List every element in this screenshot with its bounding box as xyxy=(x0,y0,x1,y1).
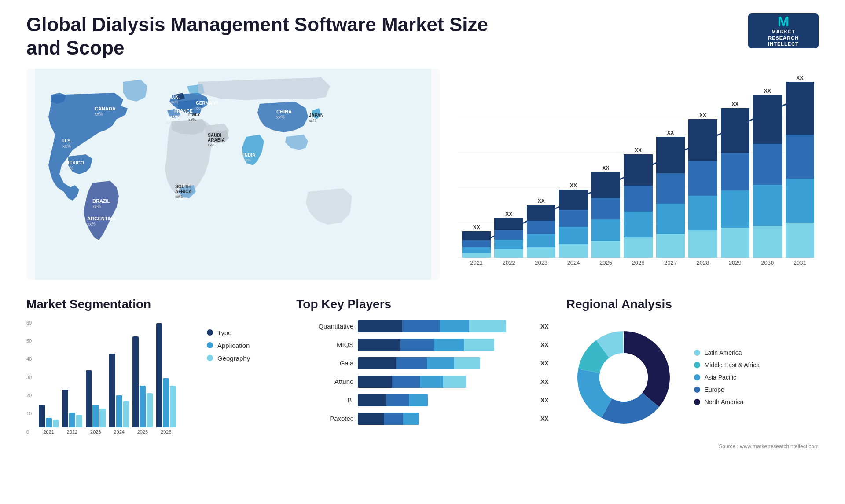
svg-text:xx%: xx% xyxy=(175,194,183,199)
seg-y-axis: 0 10 20 30 40 50 60 xyxy=(26,320,32,435)
seg-label-2021: 2021 xyxy=(43,429,54,435)
reg-legend-mea: Middle East & Africa xyxy=(694,362,760,369)
seg-stack-2022 xyxy=(62,390,82,427)
seg-bar-app-2021 xyxy=(46,418,52,427)
seg-bar-app-2024 xyxy=(116,395,122,427)
reg-legend-europe: Europe xyxy=(694,386,760,393)
player-bar-gaia xyxy=(358,357,533,369)
player-row-miqs: MIQS XX xyxy=(296,339,548,351)
bar-2021: XX xyxy=(462,224,491,258)
seg-group-2026: 2026 xyxy=(156,323,176,435)
seg-legend: Type Application Geography xyxy=(207,329,250,435)
bar-val-2024: XX xyxy=(570,183,577,189)
bar-val-2025: XX xyxy=(603,165,610,171)
seg-stack-2025 xyxy=(132,336,152,427)
legend-application: Application xyxy=(207,342,250,349)
reg-legend-north-america: North America xyxy=(694,398,760,405)
top-row: CANADA xx% U.S. xx% MEXICO xx% BRAZIL xx… xyxy=(26,69,819,280)
svg-text:xx%: xx% xyxy=(95,112,103,117)
player-name-b: B. xyxy=(296,396,353,404)
bar-val-2021: XX xyxy=(473,224,480,230)
bar-2030: XX xyxy=(753,88,782,258)
x-label-2027: 2027 xyxy=(656,259,685,266)
legend-label-type: Type xyxy=(217,329,232,336)
player-bar-paxotec xyxy=(358,413,533,425)
bar-stack-2025 xyxy=(592,172,620,258)
seg-group-2024: 2024 xyxy=(109,354,129,435)
svg-text:CHINA: CHINA xyxy=(276,109,292,114)
svg-text:ITALY: ITALY xyxy=(188,112,201,117)
seg-bar-type-2023 xyxy=(86,370,92,427)
player-row-paxotec: Paxotec XX xyxy=(296,413,548,425)
svg-text:SOUTH: SOUTH xyxy=(175,184,191,189)
legend-dot-application xyxy=(207,342,213,348)
player-value-gaia: XX xyxy=(540,357,549,369)
bar-2023: XX xyxy=(527,198,555,258)
x-label-2029: 2029 xyxy=(721,259,749,266)
seg-label-2022: 2022 xyxy=(67,429,77,435)
seg-label-2025: 2025 xyxy=(137,429,148,435)
player-value-paxotec: XX xyxy=(540,413,549,425)
player-bar-quantitative xyxy=(358,320,533,332)
seg-label-2026: 2026 xyxy=(161,429,171,435)
seg-bar-type-2025 xyxy=(132,336,139,427)
page-title: Global Dialysis Management Software Mark… xyxy=(26,13,511,60)
x-label-2025: 2025 xyxy=(592,259,620,266)
bar-2027: XX xyxy=(656,130,685,258)
x-label-2022: 2022 xyxy=(494,259,523,266)
seg-bar-type-2026 xyxy=(156,323,162,427)
seg-bar-app-2026 xyxy=(163,378,169,427)
svg-text:xx%: xx% xyxy=(243,158,251,162)
bar-val-2028: XX xyxy=(699,112,706,118)
seg-group-2021: 2021 xyxy=(39,405,59,435)
bar-2031: XX xyxy=(786,75,814,258)
logo-m-icon: M xyxy=(778,15,790,29)
bottom-row: Market Segmentation 0 10 20 30 40 50 60 xyxy=(26,297,819,449)
bar-2022: XX xyxy=(494,211,523,258)
player-row-gaia: Gaia XX xyxy=(296,357,548,369)
player-row-quantitative: Quantitative XX xyxy=(296,320,548,332)
svg-text:MEXICO: MEXICO xyxy=(65,160,84,165)
bar-2024: XX xyxy=(559,183,588,258)
reg-dot-north-america xyxy=(694,399,700,405)
reg-dot-mea xyxy=(694,362,700,368)
player-row-b: B. XX xyxy=(296,394,548,406)
bar-val-2023: XX xyxy=(538,198,545,204)
reg-label-asia-pacific: Asia Pacific xyxy=(705,374,736,381)
seg-y-40: 40 xyxy=(26,356,32,362)
bar-chart-section: XX XX xyxy=(458,69,819,280)
svg-text:xx%: xx% xyxy=(188,117,196,122)
seg-label-2023: 2023 xyxy=(90,429,101,435)
donut-chart-svg xyxy=(566,320,681,435)
header: Global Dialysis Management Software Mark… xyxy=(26,13,819,60)
players-section: Top Key Players Quantitative XX MIQS xyxy=(296,297,548,449)
reg-label-mea: Middle East & Africa xyxy=(705,362,760,369)
bar-stack-2029 xyxy=(721,108,749,258)
segmentation-section: Market Segmentation 0 10 20 30 40 50 60 xyxy=(26,297,279,449)
legend-geography: Geography xyxy=(207,354,250,362)
bars-row: XX XX xyxy=(458,91,819,258)
seg-y-0: 0 xyxy=(26,429,32,435)
bar-stack-2027 xyxy=(656,137,685,258)
player-bar-miqs xyxy=(358,339,533,351)
seg-y-50: 50 xyxy=(26,338,32,343)
seg-label-2024: 2024 xyxy=(114,429,124,435)
svg-text:xx%: xx% xyxy=(65,166,73,171)
x-label-2021: 2021 xyxy=(462,259,491,266)
svg-text:U.S.: U.S. xyxy=(62,138,72,143)
regional-legend: Latin America Middle East & Africa Asia … xyxy=(694,349,760,405)
svg-text:xx%: xx% xyxy=(87,222,96,226)
reg-dot-europe xyxy=(694,387,700,393)
reg-dot-asia-pacific xyxy=(694,374,700,380)
seg-bar-app-2025 xyxy=(140,386,146,427)
legend-label-geography: Geography xyxy=(217,354,250,362)
svg-text:ARGENTINA: ARGENTINA xyxy=(87,216,116,221)
logo-box: M MARKETRESEARCHINTELLECT xyxy=(748,13,819,48)
reg-label-europe: Europe xyxy=(705,386,724,393)
player-name-gaia: Gaia xyxy=(296,359,353,367)
bar-stack-2026 xyxy=(624,154,652,258)
svg-text:xx%: xx% xyxy=(208,143,215,147)
regional-section: Regional Analysis xyxy=(566,297,819,449)
seg-stack-2023 xyxy=(86,370,106,427)
svg-text:SAUDI: SAUDI xyxy=(208,133,221,138)
